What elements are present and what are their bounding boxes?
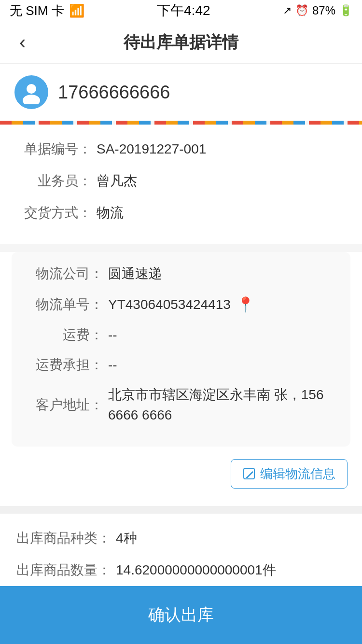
freight-label: 运费： [26, 325, 103, 345]
confirm-bar[interactable]: 确认出库 [0, 586, 362, 644]
order-no-row: 单据编号： SA-20191227-001 [14, 139, 348, 159]
freight-bearer-value: -- [103, 355, 336, 375]
status-time: 下午4:42 [157, 1, 210, 20]
logistics-tracking-value: YT43064053424413 📍 [103, 294, 336, 315]
product-quantity-value: 14.62000000000000001件 [111, 560, 348, 580]
delivery-label: 交货方式： [14, 203, 92, 223]
status-right: ↗ ⏰ 87% 🔋 [283, 4, 352, 17]
status-left: 无 SIM 卡 📶 [10, 2, 84, 19]
logistics-company-label: 物流公司： [26, 264, 103, 284]
edit-logistics-label: 编辑物流信息 [260, 465, 335, 482]
battery-icon: 🔋 [339, 4, 352, 17]
user-icon [19, 80, 43, 104]
tracking-location-icon[interactable]: 📍 [237, 294, 254, 315]
product-quantity-label: 出库商品数量： [14, 560, 111, 580]
logistics-tracking-label: 物流单号： [26, 294, 103, 315]
freight-bearer-label: 运费承担： [26, 355, 103, 375]
logistics-company-row: 物流公司： 圆通速递 [26, 264, 336, 284]
edit-logistics-button[interactable]: 编辑物流信息 [231, 459, 348, 489]
back-button[interactable]: ‹ [14, 27, 30, 58]
edit-btn-container: 编辑物流信息 [0, 454, 362, 498]
logistics-tracking-row: 物流单号： YT43064053424413 📍 [26, 294, 336, 315]
svg-point-1 [23, 95, 40, 104]
alarm-icon: ⏰ [295, 4, 308, 17]
salesperson-label: 业务员： [14, 171, 92, 191]
address-row: 客户地址： 北京市市辖区海淀区永丰南 张，156 6666 6666 [26, 385, 336, 425]
delivery-row: 交货方式： 物流 [14, 203, 348, 223]
wifi-icon: 📶 [69, 3, 84, 18]
product-type-label: 出库商品种类： [14, 528, 111, 548]
delivery-value: 物流 [92, 203, 348, 223]
dashed-divider [0, 121, 362, 125]
salesperson-value: 曾凡杰 [92, 171, 348, 191]
salesperson-row: 业务员： 曾凡杰 [14, 171, 348, 191]
order-info-section: 单据编号： SA-20191227-001 业务员： 曾凡杰 交货方式： 物流 [0, 125, 362, 244]
avatar [14, 75, 48, 109]
nav-bar: ‹ 待出库单据详情 [0, 21, 362, 64]
customer-phone: 17666666666 [58, 82, 170, 103]
freight-bearer-row: 运费承担： -- [26, 355, 336, 375]
customer-header: 17666666666 [0, 64, 362, 121]
battery-label: 87% [312, 4, 335, 17]
logistics-company-value: 圆通速递 [103, 264, 336, 284]
section-gap-1 [0, 506, 362, 514]
location-status-icon: ↗ [283, 4, 292, 17]
svg-rect-2 [244, 468, 254, 479]
order-no-label: 单据编号： [14, 139, 92, 159]
product-type-value: 4种 [111, 528, 348, 548]
freight-value: -- [103, 325, 336, 345]
logistics-section: 物流公司： 圆通速递 物流单号： YT43064053424413 📍 运费： … [0, 252, 362, 506]
edit-icon [243, 467, 256, 481]
status-bar: 无 SIM 卡 📶 下午4:42 ↗ ⏰ 87% 🔋 [0, 0, 362, 21]
address-value: 北京市市辖区海淀区永丰南 张，156 6666 6666 [103, 385, 336, 425]
product-quantity-row: 出库商品数量： 14.62000000000000001件 [14, 560, 348, 580]
svg-point-0 [27, 84, 36, 94]
order-no-value: SA-20191227-001 [92, 139, 348, 159]
carrier-label: 无 SIM 卡 [10, 2, 64, 19]
freight-row: 运费： -- [26, 325, 336, 345]
confirm-button-label: 确认出库 [148, 604, 214, 626]
address-label: 客户地址： [26, 395, 103, 415]
page-title: 待出库单据详情 [124, 31, 238, 54]
product-type-row: 出库商品种类： 4种 [14, 528, 348, 548]
logistics-card: 物流公司： 圆通速递 物流单号： YT43064053424413 📍 运费： … [12, 252, 350, 447]
